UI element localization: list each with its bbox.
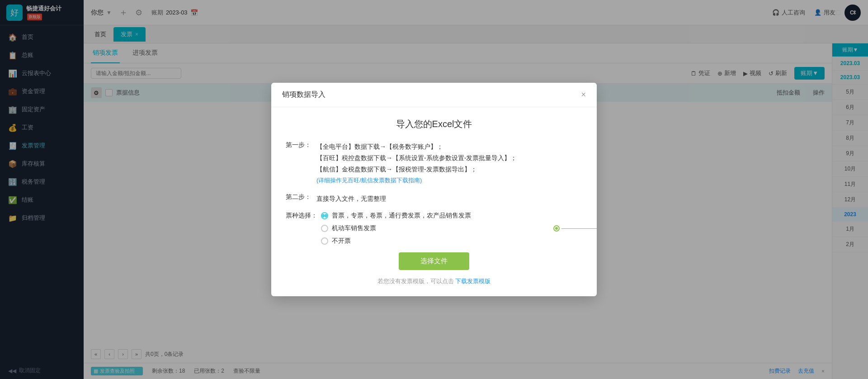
modal-overlay: 销项数据导入 × 导入您的Excel文件 第一步： 【全电平台】数据下载→【税务… (0, 0, 868, 379)
select-file-button[interactable]: 选择文件 (399, 252, 469, 270)
radio-label-normal: 普票，专票，卷票，通行费发票，农产品销售发票 (332, 212, 471, 220)
modal-note: 若您没有发票模版，可以点击 下载发票模版 (286, 277, 582, 285)
radio-circle-normal (321, 212, 328, 219)
radio-option-none[interactable]: 不开票 (321, 237, 471, 245)
radio-circle-none (321, 237, 328, 245)
radio-label: 票种选择： (286, 212, 317, 220)
radio-label-none: 不开票 (332, 237, 351, 245)
radio-circle-motor (321, 225, 328, 232)
step2-row: 第二步： 直接导入文件，无需整理 (286, 193, 582, 204)
radio-label-motor: 机动车销售发票 (332, 224, 376, 232)
step1-line1: 【全电平台】数据下载→【税务数字账户】； (316, 141, 517, 152)
radio-row: 票种选择： 普票，专票，卷票，通行费发票，农产品销售发票 机动车销售发票 (286, 212, 582, 245)
minimize-button[interactable]: — (816, 6, 828, 19)
step1-row: 第一步： 【全电平台】数据下载→【税务数字账户】； 【百旺】税控盘数据下载→【系… (286, 141, 582, 186)
radio-options: 普票，专票，卷票，通行费发票，农产品销售发票 机动车销售发票 不开票 (321, 212, 471, 245)
modal-title: 销项数据导入 (282, 90, 326, 99)
download-template-link[interactable]: 下载发票模版 (455, 278, 491, 284)
modal-close-button[interactable]: × (581, 90, 586, 99)
step1-content: 【全电平台】数据下载→【税务数字账户】； 【百旺】税控盘数据下载→【系统设置-系… (316, 141, 517, 186)
radio-option-motor[interactable]: 机动车销售发票 (321, 224, 471, 232)
step1-hint: (详细操作见百旺/航信发票数据下载指南) (316, 175, 517, 186)
modal-body: 导入您的Excel文件 第一步： 【全电平台】数据下载→【税务数字账户】； 【百… (271, 107, 597, 296)
modal-main-title: 导入您的Excel文件 (286, 118, 582, 130)
radio-option-normal[interactable]: 普票，专票，卷票，通行费发票，农产品销售发票 (321, 212, 471, 220)
step1-label: 第一步： (286, 141, 311, 149)
step2-label: 第二步： (286, 193, 311, 201)
maximize-button[interactable]: □ (832, 6, 844, 19)
close-window-button[interactable]: × (848, 6, 861, 19)
step1-line2: 【百旺】税控盘数据下载→【系统设置-系统参数设置-发票批量导入】； (316, 152, 517, 164)
step2-content: 直接导入文件，无需整理 (316, 193, 386, 204)
step1-link[interactable]: (详细操作见百旺/航信发票数据下载指南) (316, 177, 422, 184)
import-modal: 销项数据导入 × 导入您的Excel文件 第一步： 【全电平台】数据下载→【税务… (271, 83, 597, 296)
window-controls: — □ × (808, 0, 868, 25)
step1-line3: 【航信】金税盘数据下载→【报税管理-发票数据导出】； (316, 164, 517, 175)
modal-header: 销项数据导入 × (271, 83, 597, 107)
